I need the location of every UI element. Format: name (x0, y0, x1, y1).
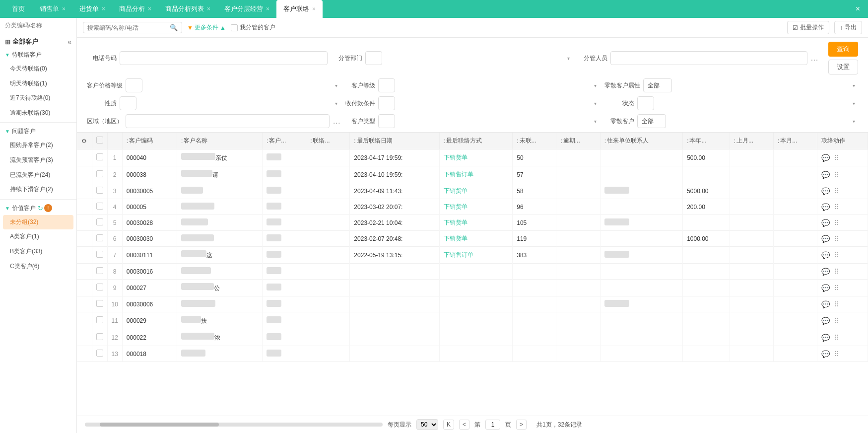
action-grid-icon-7[interactable]: ⠿ (834, 268, 839, 276)
sidebar-item-churn-risk[interactable]: 流失预警客户(3) (0, 153, 76, 168)
action-grid-icon-9[interactable]: ⠿ (834, 300, 839, 308)
nature-select[interactable] (120, 96, 136, 110)
page-size-select[interactable]: 50 (416, 419, 438, 430)
row-checkbox-8[interactable] (96, 284, 103, 290)
sidebar-search-box[interactable]: 🔍 (0, 18, 76, 33)
th-name[interactable]: :客户名称 (177, 133, 263, 149)
my-customers-checkbox[interactable]: 我分管的客户 (231, 23, 275, 32)
th-overdue[interactable]: :逾期... (556, 133, 600, 149)
tab-analysis[interactable]: 商品分析 × (112, 0, 158, 18)
last-method-link-0[interactable]: 下销货单 (444, 154, 467, 161)
row-checkbox-0[interactable] (96, 153, 103, 160)
main-search-icon[interactable]: 🔍 (170, 24, 178, 31)
page-input[interactable] (485, 420, 500, 430)
td-check-1[interactable] (92, 166, 107, 183)
td-check-11[interactable] (92, 329, 107, 346)
sidebar-item-overdue-pending[interactable]: 逾期未联络(30) (0, 106, 76, 121)
td-check-5[interactable] (92, 231, 107, 247)
tab-customer-contact-close[interactable]: × (312, 5, 316, 12)
dept-select[interactable] (365, 51, 382, 65)
sidebar-item-unclassified[interactable]: 未分组(32) (3, 215, 73, 230)
tab-sales[interactable]: 销售单 × (33, 0, 72, 18)
tab-analysis-list[interactable]: 商品分析列表 × (158, 0, 217, 18)
th-contact[interactable]: :联络... (306, 133, 350, 149)
tab-customer-contact[interactable]: 客户联络 × (276, 0, 323, 18)
action-chat-icon-4[interactable]: 💬 (821, 219, 830, 227)
sidebar-collapse-icon[interactable]: « (67, 38, 71, 46)
action-chat-icon-9[interactable]: 💬 (821, 300, 830, 308)
payment-select[interactable] (378, 96, 395, 110)
refresh-icon[interactable]: ↻ (38, 205, 43, 212)
row-checkbox-4[interactable] (96, 218, 103, 225)
row-checkbox-6[interactable] (96, 251, 103, 258)
action-grid-icon-6[interactable]: ⠿ (834, 251, 839, 259)
row-checkbox-11[interactable] (96, 333, 103, 340)
th-uncontacted[interactable]: :未联... (513, 133, 556, 149)
row-checkbox-7[interactable] (96, 267, 103, 274)
td-check-8[interactable] (92, 280, 107, 296)
status-select[interactable] (637, 96, 654, 110)
tab-analysis-list-close[interactable]: × (207, 5, 210, 12)
row-checkbox-1[interactable] (96, 170, 103, 177)
action-grid-icon-2[interactable]: ⠿ (834, 187, 839, 195)
th-gear[interactable]: ⚙ (77, 133, 92, 149)
th-last-month[interactable]: :上月... (730, 133, 773, 149)
page-next-btn[interactable]: > (516, 420, 527, 430)
sidebar-pending-group[interactable]: ▼ 待联络客户 (0, 48, 76, 62)
last-method-link-2[interactable]: 下销货单 (444, 187, 467, 194)
main-search-box[interactable]: 🔍 (83, 22, 182, 33)
th-last-date[interactable]: :最后联络日期 (350, 133, 439, 149)
action-chat-icon-8[interactable]: 💬 (821, 284, 830, 292)
action-chat-icon-7[interactable]: 💬 (821, 268, 830, 276)
sidebar-item-class-a[interactable]: A类客户(1) (0, 229, 76, 244)
action-grid-icon-12[interactable]: ⠿ (834, 350, 839, 358)
action-grid-icon-0[interactable]: ⠿ (834, 154, 839, 162)
zero-customer-select[interactable]: 全部 (637, 114, 666, 128)
export-button[interactable]: ↑ 导出 (834, 21, 862, 34)
horizontal-scrollbar[interactable] (85, 423, 383, 427)
td-check-3[interactable] (92, 199, 107, 215)
zero-attr-select[interactable]: 全部 (643, 78, 672, 92)
th-check[interactable] (92, 133, 107, 149)
last-method-link-1[interactable]: 下销售订单 (444, 171, 473, 178)
td-check-12[interactable] (92, 346, 107, 362)
action-chat-icon-2[interactable]: 💬 (821, 187, 830, 195)
action-chat-icon-12[interactable]: 💬 (821, 350, 830, 358)
sidebar-item-today-pending[interactable]: 今天待联络(0) (0, 62, 76, 76)
action-grid-icon-1[interactable]: ⠿ (834, 171, 839, 179)
manager-input[interactable] (610, 51, 807, 65)
action-grid-icon-5[interactable]: ⠿ (834, 235, 839, 243)
row-checkbox-2[interactable] (96, 187, 103, 194)
action-chat-icon-10[interactable]: 💬 (821, 317, 830, 325)
last-method-link-4[interactable]: 下销货单 (444, 219, 467, 226)
th-checkbox[interactable] (96, 137, 103, 144)
sidebar-item-frequent-return[interactable]: 持续下滑客户(2) (0, 182, 76, 197)
td-check-0[interactable] (92, 149, 107, 166)
sidebar-item-class-b[interactable]: B类客户(33) (0, 244, 76, 259)
window-close-button[interactable]: × (852, 4, 864, 13)
td-check-4[interactable] (92, 215, 107, 231)
action-grid-icon-4[interactable]: ⠿ (834, 219, 839, 227)
sidebar-item-lost[interactable]: 已流失客户(24) (0, 168, 76, 183)
more-conditions-btn[interactable]: ▼ 更多条件 ▲ (187, 23, 226, 32)
last-method-link-3[interactable]: 下销货单 (444, 203, 467, 210)
customer-level-select[interactable] (378, 78, 395, 92)
action-chat-icon-6[interactable]: 💬 (821, 251, 830, 259)
action-chat-icon-3[interactable]: 💬 (821, 203, 830, 211)
th-code[interactable]: :客户编码 (122, 133, 177, 149)
customer-type-select[interactable] (378, 114, 395, 128)
action-grid-icon-11[interactable]: ⠿ (834, 334, 839, 342)
page-first-btn[interactable]: K (443, 420, 454, 430)
price-level-select[interactable] (126, 78, 142, 92)
sidebar-item-class-c[interactable]: C类客户(6) (0, 259, 76, 274)
last-method-link-5[interactable]: 下销货单 (444, 235, 467, 242)
page-prev-btn[interactable]: < (459, 420, 469, 430)
batch-ops-button[interactable]: ☑ 批量操作 (787, 21, 829, 34)
td-check-7[interactable] (92, 264, 107, 280)
sidebar-item-tomorrow-pending[interactable]: 明天待联络(1) (0, 76, 76, 91)
sidebar-item-week-pending[interactable]: 近7天待联络(0) (0, 91, 76, 106)
action-chat-icon-1[interactable]: 💬 (821, 171, 830, 179)
td-check-2[interactable] (92, 183, 107, 199)
th-last-method[interactable]: :最后联络方式 (439, 133, 513, 149)
action-grid-icon-3[interactable]: ⠿ (834, 203, 839, 211)
